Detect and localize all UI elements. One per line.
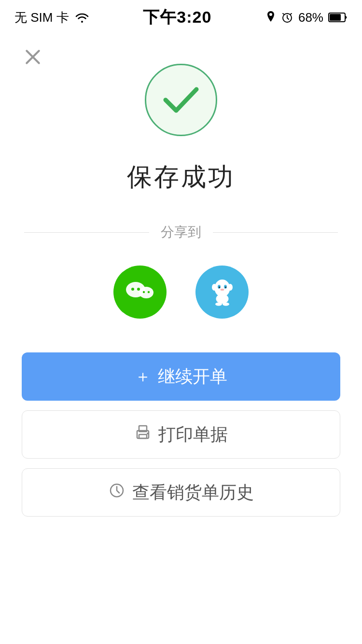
alarm-icon — [281, 11, 293, 24]
svg-point-17 — [220, 289, 224, 291]
svg-point-5 — [131, 288, 134, 291]
plus-icon: ＋ — [135, 365, 151, 388]
status-bar-right: 68% — [265, 10, 348, 25]
wifi-icon — [75, 12, 89, 23]
close-button[interactable] — [19, 43, 46, 70]
svg-point-11 — [228, 284, 233, 291]
svg-point-6 — [137, 288, 140, 291]
divider-text: 分享到 — [149, 223, 213, 241]
svg-point-10 — [212, 284, 217, 291]
checkmark-icon — [162, 85, 200, 114]
qq-icon — [207, 277, 238, 308]
wechat-icon — [123, 275, 157, 309]
continue-label: 继续开单 — [158, 365, 227, 389]
svg-point-8 — [148, 291, 150, 293]
action-buttons: ＋ 继续开单 打印单据 查看销货单历史 — [22, 352, 340, 517]
share-icons-container — [113, 266, 249, 319]
svg-point-16 — [225, 286, 226, 288]
svg-point-19 — [223, 302, 229, 306]
history-button[interactable]: 查看销货单历史 — [22, 468, 340, 517]
svg-rect-22 — [139, 434, 147, 438]
divider-line-right — [213, 232, 338, 233]
status-bar-left: 无 SIM 卡 — [14, 9, 89, 26]
svg-rect-2 — [330, 14, 341, 21]
print-label: 打印单据 — [158, 423, 228, 447]
history-label: 查看销货单历史 — [132, 481, 254, 504]
continue-button[interactable]: ＋ 继续开单 — [22, 352, 340, 401]
svg-point-4 — [139, 287, 153, 298]
clock-icon — [108, 482, 125, 503]
svg-point-7 — [143, 291, 145, 293]
main-content: 保存成功 分享到 — [0, 35, 362, 517]
svg-point-15 — [219, 286, 220, 288]
status-bar: 无 SIM 卡 下午3:20 68% — [0, 0, 362, 35]
status-bar-time: 下午3:20 — [143, 6, 211, 28]
location-icon — [265, 11, 276, 24]
divider-line-left — [24, 232, 149, 233]
battery-text: 68% — [298, 10, 323, 25]
printer-svg — [134, 424, 152, 441]
success-title: 保存成功 — [127, 160, 235, 194]
success-circle — [145, 64, 217, 136]
print-button[interactable]: 打印单据 — [22, 410, 340, 459]
svg-point-18 — [215, 302, 222, 306]
clock-svg — [108, 482, 125, 499]
share-divider: 分享到 — [0, 223, 362, 241]
battery-icon — [328, 12, 348, 23]
no-sim-text: 无 SIM 卡 — [14, 9, 69, 26]
printer-icon — [134, 424, 152, 445]
share-wechat-button[interactable] — [113, 266, 167, 319]
share-qq-button[interactable] — [195, 266, 249, 319]
svg-point-12 — [216, 294, 228, 304]
svg-point-23 — [147, 433, 149, 434]
